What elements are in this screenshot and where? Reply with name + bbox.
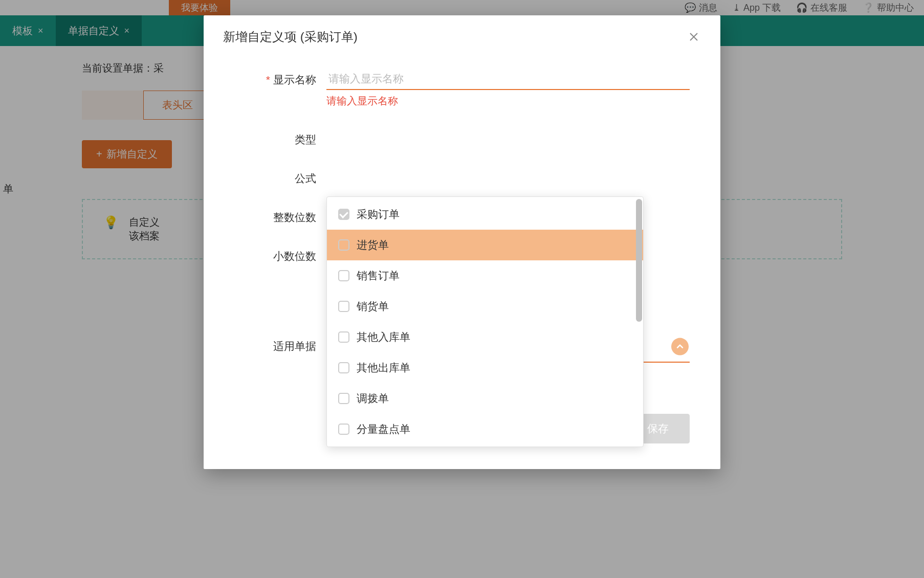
dropdown-option[interactable]: 进货单 xyxy=(327,230,643,260)
dropdown-option-checkbox[interactable] xyxy=(338,393,349,404)
dropdown-option-label: 进货单 xyxy=(357,238,389,252)
required-star: * xyxy=(266,74,270,85)
dropdown-option[interactable]: 其他入库单 xyxy=(327,322,643,352)
dropdown-option-label: 其他出库单 xyxy=(357,361,410,375)
dropdown-option[interactable]: 其他出库单 xyxy=(327,352,643,383)
display-name-input[interactable] xyxy=(326,69,690,90)
dropdown-option-checkbox[interactable] xyxy=(338,209,349,220)
modal-add-custom-field: 新增自定义项 (采购订单) *显示名称 请输入显示名称 类型 xyxy=(204,15,720,469)
dropdown-option-label: 销售订单 xyxy=(357,269,400,283)
dropdown-option-label: 采购订单 xyxy=(357,207,400,221)
label-integer-digits: 整数位数 xyxy=(273,211,316,223)
dropdown-option-label: 调拨单 xyxy=(357,391,389,406)
dropdown-option-checkbox[interactable] xyxy=(338,270,349,281)
dropdown-option-checkbox[interactable] xyxy=(338,331,349,343)
label-type: 类型 xyxy=(295,134,316,145)
dropdown-option[interactable]: 调拨单 xyxy=(327,383,643,414)
label-applicable-doc: 适用单据 xyxy=(273,340,316,352)
dropdown-option-checkbox[interactable] xyxy=(338,424,349,435)
dropdown-option[interactable]: 销货单 xyxy=(327,291,643,322)
dropdown-option-label: 分量盘点单 xyxy=(357,422,410,436)
save-button-label: 保存 xyxy=(647,423,669,434)
chevron-up-icon xyxy=(676,343,684,351)
modal-close-button[interactable] xyxy=(687,30,701,44)
dropdown-option[interactable]: 分量盘点单 xyxy=(327,414,643,444)
dropdown-option[interactable]: 销售订单 xyxy=(327,260,643,291)
modal-overlay: 新增自定义项 (采购订单) *显示名称 请输入显示名称 类型 xyxy=(0,0,924,578)
label-display-name: 显示名称 xyxy=(273,74,316,85)
dropdown-option-checkbox[interactable] xyxy=(338,239,349,251)
display-name-error: 请输入显示名称 xyxy=(326,94,690,108)
close-icon xyxy=(689,32,699,42)
dropdown-option-label: 其他入库单 xyxy=(357,330,410,344)
dropdown-scrollbar[interactable] xyxy=(636,199,642,322)
label-decimal-digits: 小数位数 xyxy=(273,250,316,262)
applicable-doc-dropdown: 采购订单进货单销售订单销货单其他入库单其他出库单调拨单分量盘点单 xyxy=(326,196,644,447)
dropdown-option-label: 销货单 xyxy=(357,299,389,314)
label-formula: 公式 xyxy=(295,172,316,184)
modal-title: 新增自定义项 (采购订单) xyxy=(223,29,358,45)
dropdown-toggle-button[interactable] xyxy=(671,338,689,355)
dropdown-option-checkbox[interactable] xyxy=(338,301,349,312)
dropdown-option[interactable]: 采购订单 xyxy=(327,199,643,230)
dropdown-option-checkbox[interactable] xyxy=(338,362,349,373)
